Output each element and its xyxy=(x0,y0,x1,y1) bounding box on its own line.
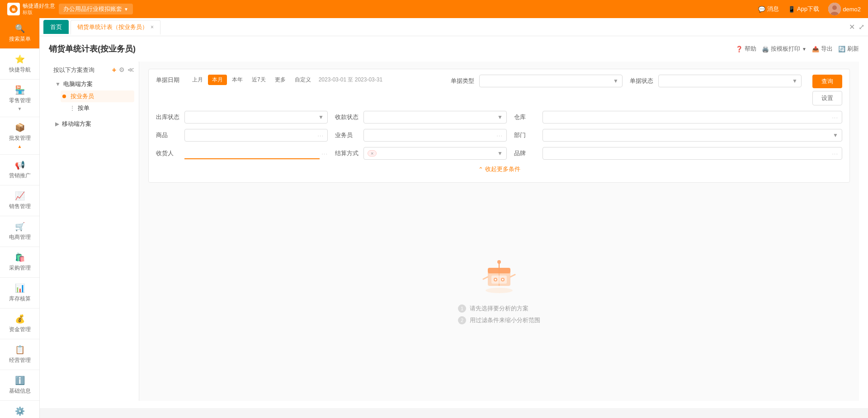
close-window-icon[interactable]: ✕ xyxy=(849,23,855,31)
sidebar-item-sales[interactable]: 📈 销售管理 xyxy=(0,185,39,216)
main-layout: 🔍 搜索菜单 ⭐ 快捷导航 🏪 零售管理 ▼ 📦 批发管理 ▲ 📢 营销推广 xyxy=(0,18,868,418)
doc-status-select[interactable]: ▼ xyxy=(658,75,802,87)
brand-dots-icon: ··· xyxy=(832,150,838,157)
tip-text-2: 用过滤条件来缩小分析范围 xyxy=(470,316,540,324)
print-button[interactable]: 🖨️ 按模板打印 ▼ xyxy=(762,45,807,53)
recv-status-select[interactable]: ▼ xyxy=(363,111,507,124)
svg-point-14 xyxy=(502,279,504,280)
sidebar-item-inventory[interactable]: 📊 库存核算 xyxy=(0,278,39,309)
sidebar-item-label: 经营管理 xyxy=(9,356,31,364)
tab-active[interactable]: 销货单统计表（按业务员） × xyxy=(71,20,160,35)
filter-row-2: 出库状态 ▼ 收款状态 ▼ xyxy=(156,111,842,124)
date-prev-month-btn[interactable]: 上月 xyxy=(188,75,207,85)
date-7days-btn[interactable]: 近7天 xyxy=(248,75,270,85)
help-button[interactable]: ❓ 帮助 xyxy=(736,45,756,53)
filter-recv-status: 收款状态 ▼ xyxy=(335,111,507,124)
brand-select[interactable]: ··· xyxy=(542,147,842,160)
collapse-filters-button[interactable]: ⌃ 收起更多条件 xyxy=(156,162,842,177)
top-bar: 畅 畅捷通好生意 标版 办公用品行业模拟账套 ▼ 💬 消息 📱 App下载 xyxy=(0,0,868,18)
page-title: 销货单统计表(按业务员) xyxy=(49,43,136,54)
date-cur-month-btn[interactable]: 本月 xyxy=(208,75,227,85)
tab-close-button[interactable]: × xyxy=(151,24,154,30)
filter-row-3: 商品 ··· 业务员 ··· xyxy=(156,129,842,142)
sidebar-item-search[interactable]: 🔍 搜索菜单 xyxy=(0,18,39,49)
sidebar-item-basic[interactable]: ℹ️ 基础信息 xyxy=(0,370,39,401)
date-more-btn[interactable]: 更多 xyxy=(271,75,290,85)
tree-section-pc: ▼ 电脑端方案 xyxy=(53,78,134,90)
page-content: 销货单统计表(按业务员) ❓ 帮助 🖨️ 按模板打印 ▼ xyxy=(40,36,868,418)
out-status-label: 出库状态 xyxy=(156,113,181,121)
dropdown-icon: ▼ xyxy=(124,7,128,12)
svg-point-3 xyxy=(832,5,837,10)
out-status-arrow-icon: ▼ xyxy=(318,114,324,120)
maximize-icon[interactable]: ⤢ xyxy=(859,23,864,31)
tip-number-1: 1 xyxy=(458,304,466,313)
warehouse-label: 仓库 xyxy=(514,113,539,121)
user-avatar-button[interactable]: demo2 xyxy=(828,3,861,15)
sidebar-item-purchase[interactable]: 🛍️ 采购管理 xyxy=(0,247,39,278)
empty-state: 1 请先选择要分析的方案 2 用过滤条件来缩小分析范围 xyxy=(148,183,850,394)
export-button[interactable]: 📤 导出 xyxy=(812,45,833,53)
warehouse-select[interactable]: ··· xyxy=(542,111,842,124)
tree-item-by-salesperson[interactable]: 按业务员 xyxy=(61,90,134,102)
sidebar-item-ecommerce[interactable]: 🛒 电商管理 xyxy=(0,216,39,247)
out-status-select[interactable]: ▼ xyxy=(184,111,328,124)
settings-button[interactable]: 设置 xyxy=(812,91,842,105)
svg-point-16 xyxy=(497,260,501,264)
wholesale-icon: 📦 xyxy=(15,123,25,133)
salesperson-select[interactable]: ··· xyxy=(363,129,507,142)
tree-item-by-order[interactable]: ⋮ 按单 xyxy=(68,102,134,114)
sidebar-item-quick-nav[interactable]: ⭐ 快捷导航 xyxy=(0,49,39,80)
scheme-tree: ▼ 电脑端方案 按业务员 ⋮ xyxy=(53,78,134,130)
filter-warehouse: 仓库 ··· xyxy=(514,111,842,124)
basic-icon: ℹ️ xyxy=(15,375,25,385)
message-button[interactable]: 💬 消息 xyxy=(758,5,779,13)
date-label: 单据日期 xyxy=(156,76,181,84)
dept-arrow-icon: ▼ xyxy=(833,132,838,138)
sidebar-item-finance[interactable]: 💰 资金管理 xyxy=(0,309,39,339)
filter-section: 单据日期 上月 本月 本年 近7天 更多 自定义 xyxy=(148,69,850,183)
refresh-icon: 🔄 xyxy=(838,46,845,52)
active-dot-icon xyxy=(62,95,66,98)
settle-method-label: 结算方式 xyxy=(335,149,360,157)
app-icon: 📱 xyxy=(788,6,795,13)
query-button[interactable]: 查询 xyxy=(812,75,842,88)
date-cur-year-btn[interactable]: 本年 xyxy=(228,75,247,85)
mobile-section-label: 移动端方案 xyxy=(62,120,91,128)
app-download-button[interactable]: 📱 App下载 xyxy=(788,5,819,13)
search-icon: 🔍 xyxy=(15,24,25,33)
refresh-label: 刷新 xyxy=(847,45,859,53)
svg-line-17 xyxy=(483,277,488,279)
settle-method-select[interactable]: × ▼ xyxy=(363,147,507,160)
date-custom-btn[interactable]: 自定义 xyxy=(291,75,315,85)
sub-title: 标版 xyxy=(23,10,55,15)
collapse-filters-label: 收起更多条件 xyxy=(485,165,520,173)
goods-select[interactable]: ··· xyxy=(184,129,328,142)
doc-type-select[interactable]: ▼ xyxy=(479,75,623,87)
account-selector[interactable]: 办公用品行业模拟账套 ▼ xyxy=(59,4,133,14)
refresh-button[interactable]: 🔄 刷新 xyxy=(838,45,859,53)
add-scheme-button[interactable]: + xyxy=(112,66,116,74)
sidebar-item-operation[interactable]: 📋 经营管理 xyxy=(0,339,39,370)
sidebar-item-retail[interactable]: 🏪 零售管理 ▼ xyxy=(0,80,39,117)
content-area: 首页 销货单统计表（按业务员） × ✕ ⤢ 销货单统计表(按业务员) xyxy=(40,18,868,418)
top-bar-right: 💬 消息 📱 App下载 demo2 xyxy=(758,3,861,15)
sidebar-item-wholesale[interactable]: 📦 批发管理 ▲ xyxy=(0,117,39,155)
sidebar-item-system[interactable]: ⚙️ 系统管理 xyxy=(0,401,39,418)
svg-line-18 xyxy=(510,275,515,277)
tree-section-mobile: ▶ 移动端方案 xyxy=(53,118,134,130)
purchase-icon: 🛍️ xyxy=(15,252,25,262)
user-label: demo2 xyxy=(843,6,861,13)
chevron-right-icon: ▶ xyxy=(55,121,59,127)
receiver-input[interactable] xyxy=(184,148,320,159)
goods-dots-icon: ··· xyxy=(317,132,324,139)
tab-home[interactable]: 首页 xyxy=(43,20,69,34)
sidebar-item-marketing[interactable]: 📢 营销推广 xyxy=(0,155,39,185)
settle-tag-close[interactable]: × xyxy=(368,150,377,157)
dept-select[interactable]: ▼ xyxy=(542,129,842,142)
collapse-panel-button[interactable]: ≪ xyxy=(127,66,134,74)
settings-scheme-button[interactable]: ⚙ xyxy=(119,66,125,74)
receiver-dots-icon: ··· xyxy=(321,150,328,157)
sidebar-item-label: 采购管理 xyxy=(9,264,31,272)
svg-text:畅: 畅 xyxy=(12,8,15,12)
